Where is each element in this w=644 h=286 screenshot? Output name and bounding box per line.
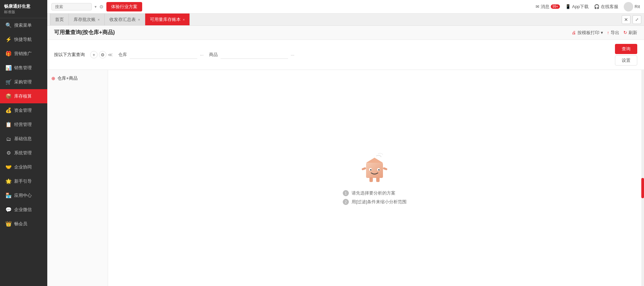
schemes-sidebar: ⊕ 仓库+商品	[47, 70, 108, 286]
tab-home[interactable]: 首页	[50, 14, 69, 25]
svg-point-4	[370, 169, 371, 171]
sidebar-logo-title: 畅康通好生意	[4, 3, 43, 9]
sidebar: 畅康通好生意 标准版 🔍 搜索菜单 ⚡ 快捷导航 🎁 营销推广 📊 销售管理 🛒…	[0, 0, 47, 286]
page-header: 可用量查询(按仓库+商品) 🖨 按模板打印 ▾ ↑ 导出 ↻ 刷新	[47, 26, 644, 40]
sidebar-item-wechat[interactable]: 💬 企业微信	[0, 203, 47, 217]
notification-badge: 99+	[551, 4, 560, 9]
tab-receipt-summary-label: 收发存汇总表	[109, 17, 136, 23]
chevron-down-icon: ▾	[95, 4, 97, 9]
refresh-button[interactable]: ↻ 刷新	[623, 30, 637, 36]
sidebar-label-appstore: 应用中心	[14, 192, 32, 199]
sidebar-item-marketing[interactable]: 🎁 营销推广	[0, 47, 47, 61]
chart-icon: 📊	[5, 65, 11, 71]
empty-illustration	[358, 151, 391, 185]
trial-button[interactable]: 体验行业方案	[106, 2, 142, 11]
svg-rect-9	[376, 177, 380, 182]
tab-available-ledger[interactable]: 可用量库存账本 ×	[145, 14, 190, 25]
topbar: ▾ ⚙ 体验行业方案 ✉ 消息 99+ 📱 App下载 🎧 在线客服 Rit	[47, 0, 644, 14]
svg-marker-1	[366, 158, 383, 163]
sidebar-label-marketing: 营销推广	[14, 51, 32, 57]
settings-icon[interactable]: ⚙	[99, 4, 104, 9]
query-button[interactable]: 查询	[615, 44, 637, 54]
print-icon: 🖨	[572, 30, 576, 35]
notification-button[interactable]: ✉ 消息 99+	[536, 4, 560, 10]
tab-available-ledger-close[interactable]: ×	[183, 18, 185, 22]
sidebar-item-search[interactable]: 🔍 搜索菜单	[0, 18, 47, 32]
clipboard-icon: 📋	[5, 122, 11, 128]
sidebar-label-finance: 资金管理	[14, 107, 32, 113]
sidebar-item-enterprise[interactable]: 🤝 企业协同	[0, 160, 47, 174]
goods-field: 商品 ···	[209, 51, 294, 59]
scheme-settings-button[interactable]: ⚙	[99, 51, 106, 58]
user-avatar-area[interactable]: Rit	[624, 2, 640, 11]
sidebar-item-system[interactable]: ⚙ 系统管理	[0, 146, 47, 160]
close-tab-button[interactable]: ✕	[622, 15, 630, 24]
sidebar-item-inventory[interactable]: 📦 库存核算	[0, 89, 47, 103]
sidebar-item-operations[interactable]: 📋 经营管理	[0, 118, 47, 132]
expand-button[interactable]: ⤢	[633, 15, 641, 24]
sidebar-label-inventory: 库存核算	[14, 93, 32, 99]
phone-icon: 📱	[565, 4, 571, 9]
data-area: 1 请先选择要分析的方案 2 用[过滤]条件来缩小分析范围	[108, 70, 641, 286]
tip-num-1: 1	[343, 190, 349, 196]
warehouse-input[interactable]	[130, 51, 197, 59]
empty-tip-2: 2 用[过滤]条件来缩小分析范围	[343, 199, 407, 205]
star-icon: 🌟	[5, 178, 11, 184]
sidebar-item-shortcut[interactable]: ⚡ 快捷导航	[0, 32, 47, 47]
print-button[interactable]: 🖨 按模板打印 ▾	[572, 30, 603, 36]
sidebar-item-member[interactable]: 👑 畅会员	[0, 217, 47, 231]
tip-text-2: 用[过滤]条件来缩小分析范围	[352, 199, 407, 205]
warehouse-more-icon[interactable]: ···	[200, 52, 204, 57]
page-actions: 🖨 按模板打印 ▾ ↑ 导出 ↻ 刷新	[572, 30, 638, 36]
headset-icon: 🎧	[594, 4, 599, 9]
tip-num-2: 2	[343, 199, 349, 205]
sidebar-label-sales: 销售管理	[14, 65, 32, 71]
collapse-button[interactable]: ≪	[108, 52, 113, 57]
export-button[interactable]: ↑ 导出	[607, 30, 620, 36]
app-download-button[interactable]: 📱 App下载	[565, 4, 589, 10]
settings-button[interactable]: 设置	[615, 55, 637, 66]
main-area: ▾ ⚙ 体验行业方案 ✉ 消息 99+ 📱 App下载 🎧 在线客服 Rit	[47, 0, 644, 286]
tab-batch-ledger[interactable]: 库存批次账 ×	[69, 14, 105, 25]
sidebar-item-appstore[interactable]: 🏪 应用中心	[0, 188, 47, 203]
svg-rect-0	[366, 163, 383, 178]
query-fields: 仓库 ··· 商品 ···	[118, 51, 610, 59]
notification-label: 消息	[541, 4, 549, 10]
print-dropdown-icon[interactable]: ▾	[601, 30, 603, 35]
svg-rect-6	[362, 167, 366, 171]
topbar-search-input[interactable]	[51, 3, 92, 10]
scheme-item-warehouse-goods[interactable]: ⊕ 仓库+商品	[47, 73, 108, 84]
refresh-icon: ↻	[623, 30, 627, 35]
search-icon: 🔍	[5, 22, 11, 28]
user-name: Rit	[635, 4, 640, 9]
sidebar-label-wechat: 企业微信	[14, 207, 32, 213]
query-buttons: 查询 设置	[615, 44, 637, 66]
tab-batch-ledger-label: 库存批次账	[74, 17, 96, 23]
online-service-button[interactable]: 🎧 在线客服	[594, 4, 618, 10]
online-service-label: 在线客服	[601, 4, 618, 10]
sidebar-logo: 畅康通好生意 标准版	[0, 0, 47, 18]
right-scrollbar[interactable]	[641, 70, 644, 286]
tabs-bar: 首页 库存批次账 × 收发存汇总表 × 可用量库存账本 × ✕ ⤢	[47, 14, 644, 26]
tip-text-1: 请先选择要分析的方案	[352, 190, 395, 196]
sidebar-item-basic[interactable]: 🗂 基础信息	[0, 132, 47, 146]
tab-receipt-summary[interactable]: 收发存汇总表 ×	[105, 14, 145, 25]
sidebar-label-shortcut: 快捷导航	[14, 36, 32, 43]
sidebar-item-sales[interactable]: 📊 销售管理	[0, 61, 47, 75]
scrollbar-thumb	[641, 178, 644, 198]
query-section: 按以下方案查询 + ⚙ ≪ 仓库 ··· 商品 ··· 查询 设置	[47, 40, 644, 70]
sidebar-item-finance[interactable]: 💰 资金管理	[0, 103, 47, 118]
scheme-item-label: 仓库+商品	[57, 75, 78, 81]
goods-more-icon[interactable]: ···	[291, 52, 294, 57]
sidebar-label-purchase: 采购管理	[14, 79, 32, 85]
sidebar-item-guide[interactable]: 🌟 新手引导	[0, 174, 47, 188]
goods-input[interactable]	[221, 51, 288, 59]
tab-receipt-summary-close[interactable]: ×	[138, 18, 140, 22]
print-label: 按模板打印	[577, 30, 599, 36]
query-label: 按以下方案查询	[54, 52, 85, 58]
tab-batch-ledger-close[interactable]: ×	[98, 18, 100, 22]
gear-icon: ⚙	[5, 150, 11, 156]
add-scheme-button[interactable]: +	[90, 51, 98, 58]
empty-state: 1 请先选择要分析的方案 2 用[过滤]条件来缩小分析范围	[343, 151, 407, 205]
sidebar-item-purchase[interactable]: 🛒 采购管理	[0, 75, 47, 89]
